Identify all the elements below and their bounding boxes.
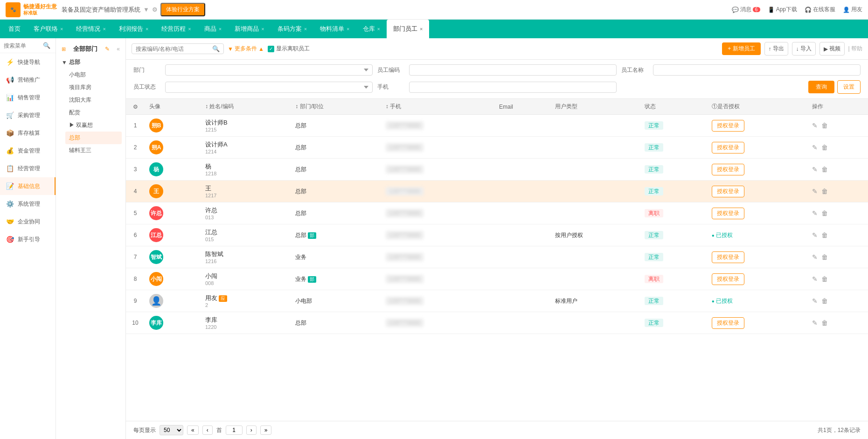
edit-icon[interactable]: ✎ [812, 297, 818, 305]
delete-icon[interactable]: 🗑 [821, 253, 828, 261]
gear-icon[interactable]: ⚙ [152, 6, 158, 13]
import-button[interactable]: ↓ 导入 [792, 42, 816, 56]
query-button[interactable]: 查询 [808, 81, 834, 93]
tab-barcode[interactable]: 条码方案× [271, 20, 313, 38]
tab-new-product[interactable]: 新增商品× [228, 20, 271, 38]
delete-icon[interactable]: 🗑 [821, 297, 828, 305]
filter-emp-name-input[interactable] [653, 64, 861, 76]
authorize-button[interactable]: 授权登录 [712, 120, 744, 132]
edit-icon[interactable]: ✎ [812, 275, 818, 283]
cell-auth: 已授权 [707, 290, 808, 312]
authorize-button[interactable]: 授权登录 [712, 186, 744, 197]
sidebar-item-sales[interactable]: 📊 销售管理 [0, 89, 56, 106]
message-button[interactable]: 💬 消息 6 [732, 6, 760, 14]
dept-item-project[interactable]: 项目库房 [65, 81, 122, 94]
export-button[interactable]: ↑ 导出 [764, 42, 788, 56]
search-input[interactable] [136, 46, 210, 52]
cell-user-type [550, 181, 640, 202]
tab-operation[interactable]: 经营情况× [69, 20, 112, 38]
authorize-button[interactable]: 授权登录 [712, 273, 744, 285]
sidebar-item-marketing[interactable]: 📢 营销推广 [0, 71, 56, 89]
filter-emp-code-input[interactable] [409, 64, 617, 76]
add-employee-button[interactable]: + 新增员工 [722, 42, 760, 55]
tab-product[interactable]: 商品× [198, 20, 228, 38]
system-title: 装备及固定资产辅助管理系统 ▼ ⚙ 体验行业方案 [62, 3, 732, 16]
last-page-btn[interactable]: » [260, 425, 272, 435]
set-button[interactable]: 设置 [837, 80, 861, 94]
sidebar-item-finance[interactable]: 💰 资金管理 [0, 142, 56, 160]
page-number-input[interactable] [226, 425, 243, 435]
sidebar-item-inventory[interactable]: 📦 库存核算 [0, 124, 56, 142]
help-button[interactable]: | 帮助 [848, 45, 862, 53]
prev-page-btn[interactable]: ‹ [202, 425, 213, 435]
page-size-select[interactable]: 50 100 [160, 425, 183, 435]
authorize-button[interactable]: 授权登录 [712, 142, 744, 153]
cell-phone: 138****8888 [381, 137, 494, 159]
dept-item-shenyang[interactable]: 沈阳大库 [65, 94, 122, 106]
apply-badge: 应 [219, 295, 227, 302]
user-button[interactable]: 👤 用友 [843, 6, 862, 14]
dept-item-distribution[interactable]: 配货 [65, 106, 122, 119]
authorize-button[interactable]: 授权登录 [712, 251, 744, 263]
show-resigned-checkbox[interactable]: ✓ 显示离职员工 [268, 45, 310, 53]
filter-status-select[interactable] [165, 82, 373, 93]
edit-dept-icon[interactable]: ✎ [105, 46, 110, 52]
sidebar-item-guide[interactable]: 🎯 新手引导 [0, 230, 56, 248]
view-button[interactable]: ▶ 视频 [819, 42, 845, 56]
cell-user-type: 标准用户 [550, 290, 640, 312]
delete-icon[interactable]: 🗑 [821, 188, 828, 195]
tab-dept-employee[interactable]: 部门员工× [387, 20, 429, 38]
authorize-button[interactable]: 授权登录 [712, 317, 744, 329]
dept-item-shuangyingxiang[interactable]: ▶ 双赢想 [65, 119, 122, 132]
delete-icon[interactable]: 🗑 [821, 122, 828, 129]
th-settings[interactable]: ⚙ [126, 99, 145, 115]
delete-icon[interactable]: 🗑 [821, 231, 828, 239]
collapse-icon[interactable]: « [117, 46, 120, 52]
delete-icon[interactable]: 🗑 [821, 209, 828, 217]
sidebar-item-quicknav[interactable]: ⚡ 快捷导航 [0, 53, 56, 71]
dept-item-head[interactable]: 总部 [65, 132, 122, 144]
sidebar-item-collab[interactable]: 🤝 企业协同 [0, 213, 56, 230]
delete-icon[interactable]: 🗑 [821, 166, 828, 173]
filter-dept-select[interactable] [165, 64, 373, 76]
dept-group-header-main[interactable]: ▼ 总部 [60, 56, 122, 69]
delete-icon[interactable]: 🗑 [821, 144, 828, 151]
edit-icon[interactable]: ✎ [812, 122, 818, 129]
sidebar-item-system[interactable]: ⚙️ 系统管理 [0, 195, 56, 213]
edit-icon[interactable]: ✎ [812, 144, 818, 151]
filter-phone-input[interactable] [409, 82, 617, 93]
trial-button[interactable]: 体验行业方案 [160, 3, 205, 16]
more-conditions-btn[interactable]: ▼ 更多条件 ▲ [228, 45, 264, 53]
cell-num: 7 [126, 246, 145, 268]
app-download-button[interactable]: 📱 App下载 [768, 6, 797, 14]
delete-icon[interactable]: 🗑 [821, 319, 828, 327]
main-layout: 🔍 ⚡ 快捷导航 📢 营销推广 📊 销售管理 🛒 采购管理 📦 库存核算 💰 资… [0, 38, 868, 439]
online-service-button[interactable]: 🎧 在线客服 [805, 6, 835, 14]
tab-warehouse[interactable]: 仓库× [356, 20, 387, 38]
authorize-button[interactable]: 授权登录 [712, 164, 744, 175]
tab-bom[interactable]: 物料清单× [313, 20, 356, 38]
edit-icon[interactable]: ✎ [812, 319, 818, 327]
authorize-button[interactable]: 授权登录 [712, 208, 744, 219]
edit-icon[interactable]: ✎ [812, 209, 818, 217]
sidebar-item-business[interactable]: 📋 经营管理 [0, 160, 56, 177]
sidebar-item-purchase[interactable]: 🛒 采购管理 [0, 106, 56, 124]
tab-profit[interactable]: 利润报告× [112, 20, 155, 38]
dept-item-aux[interactable]: 辅料王三 [65, 144, 122, 157]
tab-history[interactable]: 经营历程× [155, 20, 197, 38]
edit-icon[interactable]: ✎ [812, 166, 818, 173]
advanced-filter: 部门 员工编码 员工名称 员工状态 [126, 60, 868, 99]
page-size-label: 每页显示 [133, 426, 156, 434]
first-page-btn[interactable]: « [187, 425, 199, 435]
tab-home[interactable]: 首页 [2, 20, 27, 38]
sidebar-search-input[interactable] [4, 42, 41, 49]
dept-item-small-elec[interactable]: 小电部 [65, 69, 122, 81]
edit-icon[interactable]: ✎ [812, 253, 818, 261]
next-page-btn[interactable]: › [246, 425, 257, 435]
edit-icon[interactable]: ✎ [812, 188, 818, 195]
sidebar-item-basic[interactable]: 📝 基础信息 [0, 177, 56, 195]
dept-group-main: ▼ 总部 小电部 项目库房 沈阳大库 配货 ▶ 双赢想 总部 辅料王三 [60, 56, 122, 157]
delete-icon[interactable]: 🗑 [821, 275, 828, 283]
tab-customer[interactable]: 客户联络× [27, 20, 69, 38]
edit-icon[interactable]: ✎ [812, 231, 818, 239]
